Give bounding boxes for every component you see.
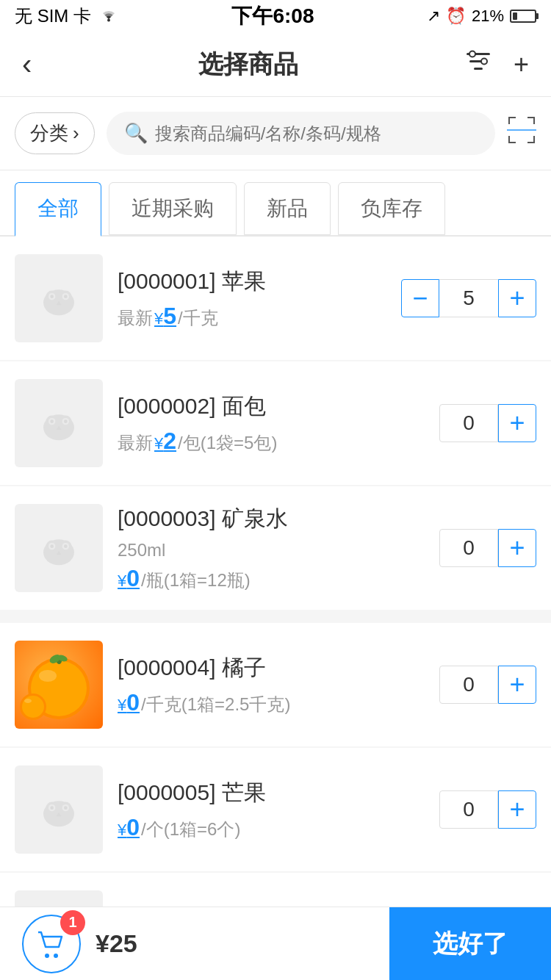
wifi-icon <box>98 6 119 26</box>
product-name: [0000003] 矿泉水 <box>118 504 425 534</box>
product-name: [0000002] 面包 <box>118 392 425 422</box>
back-button[interactable]: ‹ <box>22 48 32 81</box>
product-item: [0000001] 苹果 最新 ¥5 /千克 − + <box>0 237 551 360</box>
cart-total: ¥25 <box>96 929 137 958</box>
add-button[interactable]: + <box>514 49 529 80</box>
svg-point-47 <box>24 699 32 703</box>
scan-button[interactable] <box>507 115 536 151</box>
price-unit: /包(1袋=5包) <box>178 431 277 455</box>
price-num: 0 <box>126 689 140 716</box>
owl-placeholder-icon <box>33 522 84 574</box>
owl-placeholder-icon <box>33 397 84 449</box>
search-input[interactable] <box>155 123 478 144</box>
page-title: 选择商品 <box>198 48 298 82</box>
search-icon: 🔍 <box>124 122 148 145</box>
product-image <box>15 379 103 467</box>
owl-placeholder-icon <box>33 784 84 835</box>
filter-button[interactable] <box>465 49 491 80</box>
product-info: [0000002] 面包 最新 ¥2 /包(1袋=5包) <box>118 392 425 455</box>
tab-bar: 全部 近期采购 新品 负库存 <box>0 170 551 237</box>
qty-plus-button[interactable]: + <box>498 790 536 829</box>
svg-point-37 <box>64 544 68 548</box>
price-unit: /千克(1箱=2.5千克) <box>141 693 290 716</box>
product-list: [0000001] 苹果 最新 ¥5 /千克 − + <box>0 237 551 980</box>
cart-icon <box>35 929 68 959</box>
price-underline: ¥2 <box>154 428 176 455</box>
price-yen: ¥ <box>154 434 163 453</box>
svg-point-73 <box>54 954 58 958</box>
qty-control: + <box>439 790 536 829</box>
product-price: ¥0 /个(1箱=6个) <box>118 814 425 841</box>
qty-control: + <box>439 666 536 704</box>
product-image <box>15 504 103 592</box>
qty-input[interactable] <box>439 404 498 442</box>
product-info: [0000003] 矿泉水 250ml ¥0 /瓶(1箱=12瓶) <box>118 504 425 592</box>
svg-rect-11 <box>508 136 510 143</box>
carrier-label: 无 SIM 卡 <box>15 4 91 28</box>
qty-plus-button[interactable]: + <box>498 404 536 442</box>
category-arrow: › <box>73 122 79 145</box>
svg-point-29 <box>64 419 68 423</box>
qty-control: − + <box>401 279 536 317</box>
price-label: 最新 <box>118 306 153 330</box>
qty-plus-button[interactable]: + <box>498 529 536 567</box>
product-info: [0000004] 橘子 ¥0 /千克(1箱=2.5千克) <box>118 653 425 716</box>
price-num: 0 <box>126 814 140 840</box>
qty-input[interactable] <box>439 666 498 704</box>
tab-all[interactable]: 全部 <box>15 182 101 237</box>
price-yen: ¥ <box>118 696 126 714</box>
qty-input[interactable] <box>439 529 498 567</box>
price-label: 最新 <box>118 431 153 455</box>
qty-input[interactable] <box>439 790 498 829</box>
price-num: 0 <box>126 565 140 591</box>
nav-actions: + <box>465 49 529 80</box>
qty-control: + <box>439 529 536 567</box>
price-yen: ¥ <box>118 821 126 839</box>
qty-plus-button[interactable]: + <box>498 279 536 317</box>
svg-point-46 <box>22 696 44 718</box>
svg-point-53 <box>50 806 54 810</box>
product-name: [0000004] 橘子 <box>118 653 425 683</box>
qty-control: + <box>439 404 536 442</box>
svg-rect-14 <box>507 129 536 131</box>
cart-area: 1 ¥25 <box>0 915 389 973</box>
product-item: [0000004] 橘子 ¥0 /千克(1箱=2.5千克) + <box>0 623 551 746</box>
tab-recent[interactable]: 近期采购 <box>109 182 237 235</box>
product-image <box>15 641 103 729</box>
product-price: ¥0 /千克(1箱=2.5千克) <box>118 689 425 716</box>
category-button[interactable]: 分类 › <box>15 112 95 154</box>
tab-new-label: 新品 <box>267 197 308 220</box>
section-divider <box>0 611 551 623</box>
product-name: [0000001] 苹果 <box>118 267 386 297</box>
tab-negative[interactable]: 负库存 <box>338 182 445 235</box>
cart-button[interactable]: 1 <box>22 915 81 973</box>
price-num: 5 <box>163 303 176 329</box>
price-underline: ¥0 <box>118 689 140 716</box>
bottom-bar: 1 ¥25 选好了 <box>0 907 551 980</box>
orange-image-icon <box>15 641 103 729</box>
qty-minus-button[interactable]: − <box>401 279 439 317</box>
price-yen: ¥ <box>154 309 163 328</box>
tab-new[interactable]: 新品 <box>244 182 331 235</box>
svg-point-0 <box>107 19 110 22</box>
owl-placeholder-icon <box>33 273 84 324</box>
status-bar: 无 SIM 卡 下午6:08 ↗ ⏰ 21% <box>0 0 551 32</box>
svg-point-21 <box>64 295 68 298</box>
qty-input[interactable] <box>439 279 498 317</box>
product-price: 最新 ¥5 /千克 <box>118 303 386 330</box>
svg-point-28 <box>50 419 54 423</box>
svg-rect-9 <box>533 117 535 124</box>
tab-recent-label: 近期采购 <box>132 197 214 220</box>
svg-point-4 <box>469 51 475 57</box>
tab-all-label: 全部 <box>37 197 79 220</box>
price-num: 2 <box>163 428 176 454</box>
tab-negative-label: 负库存 <box>361 197 422 220</box>
qty-plus-button[interactable]: + <box>498 666 536 704</box>
price-unit: /瓶(1箱=12瓶) <box>141 569 251 592</box>
confirm-button[interactable]: 选好了 <box>389 907 551 981</box>
svg-point-72 <box>45 954 49 958</box>
svg-rect-7 <box>508 117 510 124</box>
price-unit: /千克 <box>178 306 218 330</box>
price-underline: ¥0 <box>118 565 140 592</box>
svg-point-5 <box>481 58 487 64</box>
